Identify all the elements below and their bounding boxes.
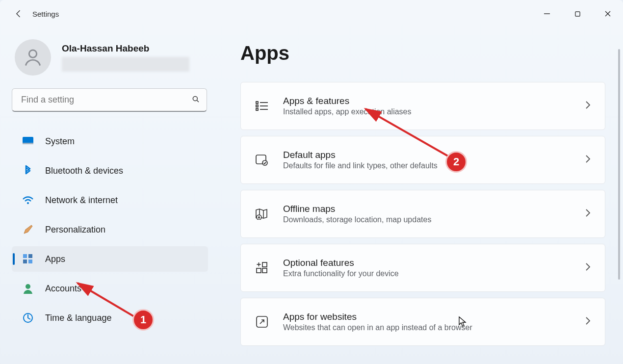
svg-rect-17 (256, 105, 258, 107)
card-title: Default apps (283, 150, 584, 160)
sidebar-item-system[interactable]: System (12, 129, 208, 154)
svg-rect-12 (23, 260, 27, 263)
grid-plus-icon (255, 260, 269, 275)
profile-email-redacted (62, 57, 189, 72)
maximize-button[interactable] (562, 4, 593, 24)
sidebar-item-apps[interactable]: Apps (12, 246, 208, 272)
map-download-icon (255, 207, 269, 221)
minimize-button[interactable] (532, 4, 562, 24)
svg-rect-18 (256, 108, 258, 110)
svg-rect-26 (262, 268, 267, 273)
wifi-icon (22, 194, 34, 207)
sidebar-item-label: Bluetooth & devices (45, 166, 123, 176)
nav-list: System Bluetooth & devices Network & int… (12, 129, 213, 331)
svg-rect-25 (257, 268, 261, 273)
sidebar-item-label: System (45, 136, 75, 147)
sidebar-item-accounts[interactable]: Accounts (12, 276, 208, 301)
sidebar-item-time-language[interactable]: Time & language (12, 305, 208, 331)
card-subtitle: Extra functionality for your device (283, 269, 584, 278)
bluetooth-icon (22, 164, 34, 177)
svg-rect-13 (28, 260, 32, 263)
chevron-right-icon (584, 100, 591, 112)
sidebar-item-bluetooth[interactable]: Bluetooth & devices (12, 158, 208, 183)
svg-rect-8 (23, 143, 33, 144)
search-icon (191, 95, 200, 105)
svg-rect-1 (575, 11, 579, 16)
svg-rect-10 (23, 254, 27, 258)
card-subtitle: Downloads, storage location, map updates (283, 215, 584, 224)
svg-point-5 (193, 96, 197, 101)
svg-rect-11 (28, 254, 32, 258)
default-apps-icon (255, 153, 269, 167)
profile-block[interactable]: Ola-Hassan Habeeb (12, 39, 213, 76)
sidebar: Ola-Hassan Habeeb System Bluetooth & (12, 39, 213, 335)
sidebar-item-personalization[interactable]: Personalization (12, 217, 208, 242)
scrollbar[interactable] (618, 49, 620, 280)
chevron-right-icon (584, 154, 591, 166)
annotation-badge-1: 1 (132, 309, 154, 331)
mouse-cursor-icon (458, 316, 468, 330)
titlebar: Settings (0, 0, 623, 27)
app-title: Settings (32, 10, 59, 18)
svg-line-6 (197, 100, 199, 102)
display-icon (22, 135, 34, 148)
accounts-icon (22, 282, 34, 295)
card-optional-features[interactable]: Optional features Extra functionality fo… (240, 244, 605, 292)
chevron-right-icon (584, 208, 591, 220)
card-apps-for-websites[interactable]: Apps for websites Websites that can open… (240, 298, 605, 346)
card-default-apps[interactable]: Default apps Defaults for file and link … (240, 136, 605, 184)
clock-globe-icon (22, 312, 34, 324)
svg-point-14 (26, 284, 30, 289)
chevron-right-icon (584, 262, 591, 274)
search-wrap (12, 88, 207, 112)
card-title: Apps & features (283, 96, 584, 106)
sidebar-item-label: Apps (45, 254, 65, 264)
sidebar-item-label: Time & language (45, 313, 111, 323)
card-title: Apps for websites (283, 312, 584, 322)
card-apps-features[interactable]: Apps & features Installed apps, app exec… (240, 82, 605, 130)
svg-rect-16 (256, 102, 258, 104)
sidebar-item-label: Personalization (45, 225, 105, 235)
chevron-right-icon (584, 316, 591, 328)
sidebar-item-label: Network & internet (45, 195, 118, 206)
settings-window: Settings Ola-Hassan Habeeb (0, 0, 623, 364)
card-offline-maps[interactable]: Offline maps Downloads, storage location… (240, 190, 605, 238)
svg-point-4 (29, 50, 36, 57)
search-input[interactable] (12, 88, 207, 112)
page-title: Apps (240, 42, 605, 64)
card-title: Offline maps (283, 204, 584, 214)
list-icon (255, 99, 269, 113)
main-content: Apps Apps & features Installed apps, app… (240, 42, 605, 352)
sidebar-item-label: Accounts (45, 284, 81, 294)
app-link-icon (255, 314, 269, 329)
svg-point-9 (27, 202, 29, 204)
back-button[interactable] (11, 6, 26, 22)
paintbrush-icon (22, 223, 34, 236)
profile-name: Ola-Hassan Habeeb (62, 43, 189, 54)
avatar (15, 39, 51, 76)
close-button[interactable] (593, 4, 623, 24)
apps-icon (22, 253, 34, 265)
annotation-badge-2: 2 (445, 151, 467, 173)
card-subtitle: Installed apps, app execution aliases (283, 107, 584, 116)
card-subtitle: Defaults for file and link types, other … (283, 161, 584, 170)
sidebar-item-network[interactable]: Network & internet (12, 187, 208, 213)
window-controls (532, 2, 623, 26)
card-title: Optional features (283, 258, 584, 268)
svg-rect-27 (262, 262, 267, 267)
card-subtitle: Websites that can open in an app instead… (283, 323, 584, 332)
